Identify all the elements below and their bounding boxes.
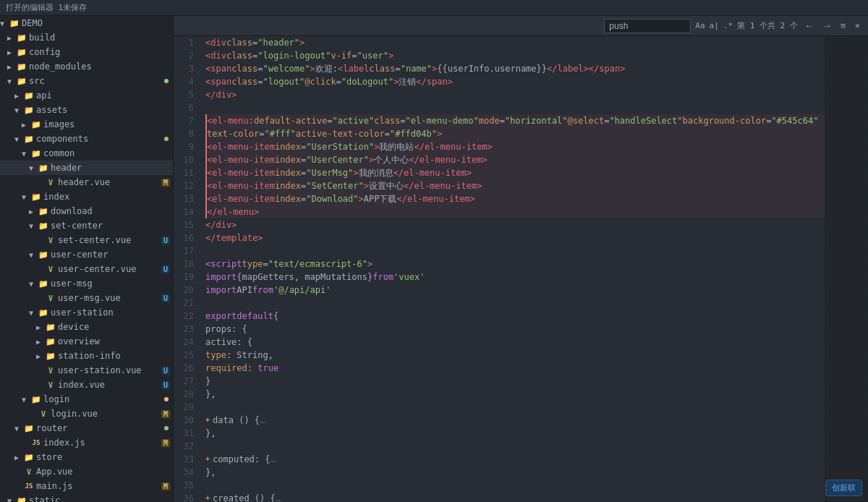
sidebar-item-user-station[interactable]: ▼📁user-station	[0, 305, 173, 320]
arrow-icon: ▶	[22, 121, 30, 129]
line-number: 15	[174, 218, 194, 231]
sidebar-item-store[interactable]: ▶📁store	[0, 450, 173, 464]
code-line: + created () {…	[205, 492, 825, 502]
fold-icon[interactable]: +	[205, 453, 210, 466]
status-dot	[164, 426, 169, 430]
line-number: 36	[174, 492, 194, 502]
line-number: 14	[174, 205, 194, 218]
sidebar-item-set-center[interactable]: ▼📁set-center	[0, 218, 173, 233]
sidebar-item-user-msg[interactable]: ▼📁user-msg	[0, 276, 173, 291]
sidebar-item-main-js[interactable]: JSmain.jsM	[0, 479, 173, 493]
find-close-button[interactable]: ×	[852, 20, 862, 31]
arrow-icon: ▶	[36, 352, 45, 360]
arrow-icon: ▼	[14, 135, 23, 143]
code-line: props: {	[205, 323, 825, 336]
find-input[interactable]	[604, 19, 691, 33]
line-number: 2	[174, 49, 194, 62]
line-number: 28	[174, 388, 194, 401]
code-line: <span class="logout" @click="doLogout">注…	[205, 75, 825, 88]
sidebar-item-static[interactable]: ▼📁static	[0, 493, 173, 502]
line-number: 7	[174, 114, 194, 127]
minimap	[825, 36, 868, 502]
arrow-icon: ▼	[22, 150, 30, 158]
line-numbers: 1234567891011121314151617181920212223242…	[174, 36, 200, 502]
sidebar-item-set-center-vue[interactable]: Vset-center.vueU	[0, 233, 173, 247]
folder-icon: 📁	[30, 192, 42, 202]
sidebar-item-build[interactable]: ▶📁build	[0, 30, 173, 45]
line-number: 6	[174, 101, 194, 114]
file-badge: U	[161, 294, 170, 302]
code-line: <span class="welcome">欢迎:<label class="n…	[205, 62, 825, 75]
code-line: active: {	[205, 336, 825, 349]
folder-icon: 📁	[16, 496, 27, 503]
sidebar-label: DEMO	[20, 18, 173, 28]
sidebar-item-login-vue[interactable]: Vlogin.vueM	[0, 407, 173, 421]
sidebar-item-device[interactable]: ▶📁device	[0, 320, 173, 334]
sidebar: ▼📁DEMO▶📁build▶📁config▶📁node_modules▼📁src…	[0, 16, 174, 502]
file-badge: U	[161, 367, 170, 375]
code-line: + computed: {…	[205, 453, 825, 466]
sidebar-item-index-js[interactable]: JSindex.jsM	[0, 435, 173, 450]
line-number: 17	[174, 244, 194, 258]
sidebar-item-overview[interactable]: ▶📁overview	[0, 334, 173, 349]
sidebar-item-login[interactable]: ▼📁login	[0, 392, 173, 407]
find-options-regex[interactable]: .*	[723, 21, 733, 30]
sidebar-item-app-vue[interactable]: VApp.vue	[0, 464, 173, 479]
code-line: <script type="text/ecmascript-6">	[205, 258, 825, 271]
sidebar-label: overview	[56, 336, 173, 346]
folder-icon: 📁	[16, 77, 27, 86]
watermark: 创新联	[825, 480, 862, 496]
code-line: export default {	[205, 310, 825, 323]
sidebar-item-header[interactable]: ▼📁header	[0, 161, 173, 175]
sidebar-item-api[interactable]: ▶📁api	[0, 88, 173, 103]
code-line: <el-menu-item index="UserMsg">我的消息</el-m…	[205, 166, 825, 179]
fold-icon[interactable]: +	[205, 492, 210, 502]
sidebar-item-download[interactable]: ▶📁download	[0, 204, 173, 218]
arrow-icon: ▼	[14, 106, 23, 114]
find-bar: Aa a| .* 第 1 个共 2 个 ← → ≡ ×	[174, 16, 868, 36]
sidebar-item-images[interactable]: ▶📁images	[0, 117, 173, 132]
code-line: <el-menu-item index="UserCenter">个人中心</e…	[205, 153, 825, 166]
sidebar-item-user-station-vue[interactable]: Vuser-station.vueU	[0, 363, 173, 378]
sidebar-item-user-center[interactable]: ▼📁user-center	[0, 247, 173, 262]
fold-icon[interactable]: +	[205, 414, 210, 427]
find-next-button[interactable]: →	[820, 20, 834, 31]
code-line: <el-menu-item index="Download">APP下载</el…	[205, 192, 825, 205]
sidebar-item-common[interactable]: ▼📁common	[0, 146, 173, 161]
arrow-icon: ▶	[7, 48, 16, 56]
code-editor[interactable]: 1234567891011121314151617181920212223242…	[174, 36, 825, 502]
sidebar-item-demo[interactable]: ▼📁DEMO	[0, 16, 173, 30]
vue-icon: V	[45, 381, 56, 389]
sidebar-label: user-center.vue	[56, 264, 161, 274]
sidebar-label: set-center.vue	[56, 235, 161, 245]
code-line: <el-menu :default-active="active" class=…	[205, 114, 825, 127]
sidebar-item-station-info[interactable]: ▶📁station-info	[0, 349, 173, 363]
sidebar-label: build	[27, 33, 173, 43]
sidebar-label: user-station.vue	[56, 365, 161, 375]
find-options-aa[interactable]: Aa	[695, 21, 705, 30]
find-expand-button[interactable]: ≡	[838, 20, 848, 31]
sidebar-item-header-vue[interactable]: Vheader.vueM	[0, 175, 173, 190]
sidebar-label: station-info	[56, 351, 173, 361]
sidebar-item-node_modules[interactable]: ▶📁node_modules	[0, 59, 173, 74]
sidebar-item-index[interactable]: ▼📁index	[0, 190, 173, 204]
sidebar-label: user-station	[49, 307, 173, 318]
sidebar-item-router[interactable]: ▼📁router	[0, 421, 173, 435]
folder-icon: 📁	[23, 424, 35, 433]
sidebar-item-components[interactable]: ▼📁components	[0, 132, 173, 146]
sidebar-item-config[interactable]: ▶📁config	[0, 45, 173, 59]
find-options-ab[interactable]: a|	[710, 21, 719, 30]
sidebar-item-user-center-vue[interactable]: Vuser-center.vueU	[0, 262, 173, 276]
sidebar-item-user-msg-vue[interactable]: Vuser-msg.vueU	[0, 291, 173, 305]
folder-icon: 📁	[16, 48, 27, 57]
sidebar-item-assets[interactable]: ▼📁assets	[0, 103, 173, 117]
sidebar-item-src[interactable]: ▼📁src	[0, 74, 173, 88]
title-text: 打开的编辑器 1未保存	[6, 2, 87, 13]
arrow-icon: ▶	[29, 208, 38, 216]
sidebar-item-index-vue[interactable]: Vindex.vueU	[0, 378, 173, 392]
folder-icon: 📁	[38, 221, 49, 231]
line-number: 13	[174, 192, 194, 205]
js-icon: JS	[30, 439, 42, 446]
find-prev-button[interactable]: ←	[802, 20, 816, 31]
line-number: 27	[174, 375, 194, 388]
